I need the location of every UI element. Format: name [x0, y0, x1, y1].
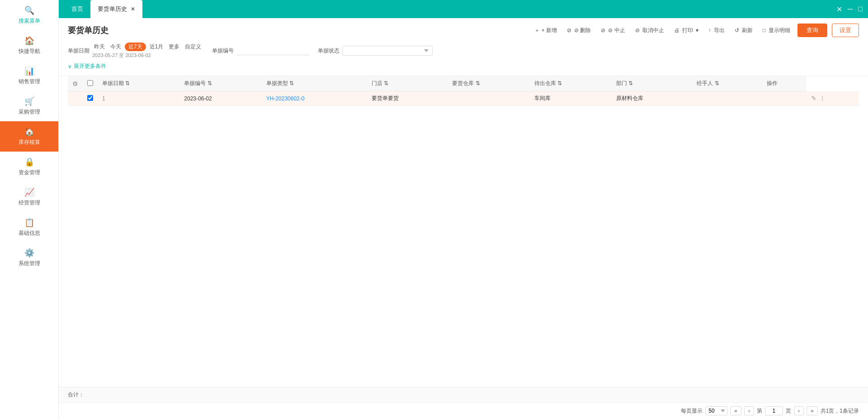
page-title: 要货单历史 [68, 25, 108, 36]
cancel-stop-button[interactable]: ⊘ 取消中止 [632, 25, 667, 36]
shortcut-yesterday[interactable]: 昨天 [92, 43, 107, 51]
tab-home[interactable]: 首页 [64, 0, 90, 18]
print-button[interactable]: 🖨 打印 ▾ [671, 25, 701, 36]
show-detail-button[interactable]: □ 显示明细 [760, 25, 793, 36]
date-range-display: 2023-05-27 至 2023-06-02 [92, 52, 203, 59]
content-area: 要货单历史 ＋ + 新增 ⊘ ⊘ 删除 ⊘ ⊘ 中止 ⊘ 取消中止 [59, 18, 868, 419]
table-body: 1 2023-06-02 YH-20230602-0 要货单要货 车间库 原材料… [68, 91, 859, 106]
first-page-button[interactable]: « [730, 406, 741, 415]
doc-number-link[interactable]: YH-20230602-0 [266, 95, 305, 102]
tab-requisition-history[interactable]: 要货单历史 ✕ [90, 0, 142, 18]
row-pending-warehouse: 原材料仓库 [612, 91, 692, 106]
col-req-warehouse: 要货仓库 ⇅ [448, 76, 529, 91]
edit-icon[interactable]: ✎ [811, 95, 816, 102]
sidebar-item-label: 库存核算 [19, 138, 40, 146]
filter-doc-status: 单据状态 [318, 46, 859, 56]
setting-button[interactable]: 设置 [832, 24, 859, 37]
window-close-icon[interactable]: ✕ [836, 5, 842, 14]
row-handler [762, 91, 807, 106]
sidebar-item-finance[interactable]: 🔒 资金管理 [0, 152, 58, 182]
column-settings-icon[interactable]: ⚙ [72, 80, 78, 87]
row-checkbox-cell [83, 91, 98, 106]
last-page-button[interactable]: » [807, 406, 818, 415]
row-department [692, 91, 762, 106]
sidebar-item-label: 销售管理 [19, 78, 40, 86]
sidebar-item-inventory[interactable]: 🏠 库存核算 [0, 121, 58, 152]
refresh-button[interactable]: ↺ 刷新 [732, 25, 755, 36]
shortcut-today[interactable]: 今天 [108, 43, 123, 51]
stop-button[interactable]: ⊘ ⊘ 中止 [598, 25, 627, 36]
sidebar-item-label: 系统管理 [19, 260, 40, 267]
select-all-checkbox[interactable] [87, 80, 93, 86]
row-index: 1 [98, 91, 179, 106]
col-doc-type-label: 单据类型 ⇅ [266, 80, 294, 86]
row-req-warehouse: 车间库 [530, 91, 612, 106]
col-pending-warehouse: 待出仓库 ⇅ [530, 76, 612, 91]
sidebar-item-sales[interactable]: 📊 销售管理 [0, 61, 58, 91]
shortcut-last1month[interactable]: 近1月 [148, 43, 165, 51]
row-action-cell: ✎ ⋮ [807, 91, 859, 106]
add-button[interactable]: ＋ + 新增 [532, 25, 560, 36]
col-doc-number-label: 单据编号 ⇅ [184, 80, 212, 86]
sidebar-item-operations[interactable]: 📈 经营管理 [0, 182, 58, 212]
query-button[interactable]: 查询 [797, 24, 827, 37]
doc-status-label: 单据状态 [318, 47, 340, 55]
sidebar-item-quicknav[interactable]: 🏠 快捷导航 [0, 30, 58, 61]
col-doc-date: 单据日期 ⇅ [98, 76, 179, 91]
col-store: 门店 ⇅ [367, 76, 448, 91]
per-page-label: 每页显示 [681, 407, 703, 415]
export-button[interactable]: ↑ 导出 [706, 25, 727, 36]
col-handler-label: 经手人 ⇅ [697, 80, 719, 86]
summary-label: 合计： [68, 391, 84, 399]
col-department-label: 部门 ⇅ [616, 80, 633, 86]
basic-icon: 📋 [24, 218, 34, 228]
sidebar-item-basic[interactable]: 📋 基础信息 [0, 212, 58, 243]
page-number-input[interactable] [765, 406, 783, 415]
date-shortcuts: 昨天 今天 近7天 近1月 更多 自定义 2023-05-27 至 2023-0… [92, 43, 203, 59]
col-action: 操作 [762, 76, 807, 91]
sidebar-item-purchase[interactable]: 🛒 采购管理 [0, 91, 58, 121]
filter-doc-number: 单据编号 [212, 47, 309, 55]
table-header-row: ⚙ 单据日期 ⇅ 单据编号 ⇅ 单据类型 ⇅ [68, 76, 859, 91]
sidebar-item-search[interactable]: 🔍 搜索菜单 [0, 0, 58, 30]
page-size-select[interactable]: 50 10 20 100 [705, 406, 727, 415]
stop-icon: ⊘ [601, 27, 605, 33]
tab-close-icon[interactable]: ✕ [131, 6, 135, 12]
window-minimize-icon[interactable]: ─ [848, 5, 853, 13]
shortcut-custom[interactable]: 自定义 [183, 43, 203, 51]
next-page-button[interactable]: › [794, 406, 804, 415]
more-icon[interactable]: ⋮ [819, 95, 826, 102]
window-maximize-icon[interactable]: □ [858, 5, 863, 13]
shortcut-last7days[interactable]: 近7天 [125, 43, 146, 51]
sidebar-item-system[interactable]: ⚙️ 系统管理 [0, 243, 58, 273]
page-label: 第 [757, 407, 762, 415]
col-doc-type: 单据类型 ⇅ [262, 76, 367, 91]
doc-status-select[interactable] [342, 46, 433, 56]
topbar: 首页 要货单历史 ✕ ✕ ─ □ [59, 0, 868, 18]
export-icon: ↑ [708, 27, 711, 33]
sidebar-item-label: 资金管理 [19, 169, 40, 176]
prev-page-button[interactable]: ‹ [744, 406, 754, 415]
filter-area: 单据日期 昨天 今天 近7天 近1月 更多 自定义 2023-05-27 至 2… [59, 37, 868, 76]
show-detail-icon: □ [763, 27, 766, 33]
doc-number-input[interactable] [236, 47, 309, 55]
shortcut-more[interactable]: 更多 [167, 43, 181, 51]
row-doc-number: YH-20230602-0 [262, 91, 367, 106]
col-req-warehouse-label: 要货仓库 ⇅ [452, 80, 480, 86]
row-doc-date: 2023-06-02 [179, 91, 261, 106]
add-icon: ＋ [534, 27, 540, 34]
row-settings-cell [68, 91, 83, 106]
operations-icon: 📈 [24, 187, 34, 197]
col-store-label: 门店 ⇅ [372, 80, 388, 86]
filter-row: 单据日期 昨天 今天 近7天 近1月 更多 自定义 2023-05-27 至 2… [68, 43, 859, 59]
col-checkbox [83, 76, 98, 91]
expand-more-label: 展开更多条件 [74, 62, 106, 70]
row-store [448, 91, 529, 106]
row-checkbox[interactable] [87, 95, 93, 101]
delete-button[interactable]: ⊘ ⊘ 删除 [564, 25, 594, 36]
system-icon: ⚙️ [24, 248, 34, 258]
expand-more-btn[interactable]: ∨ 展开更多条件 [68, 62, 859, 70]
sidebar-item-label: 采购管理 [19, 108, 40, 116]
row-doc-type: 要货单要货 [367, 91, 448, 106]
action-icons: ✎ ⋮ [811, 95, 854, 102]
